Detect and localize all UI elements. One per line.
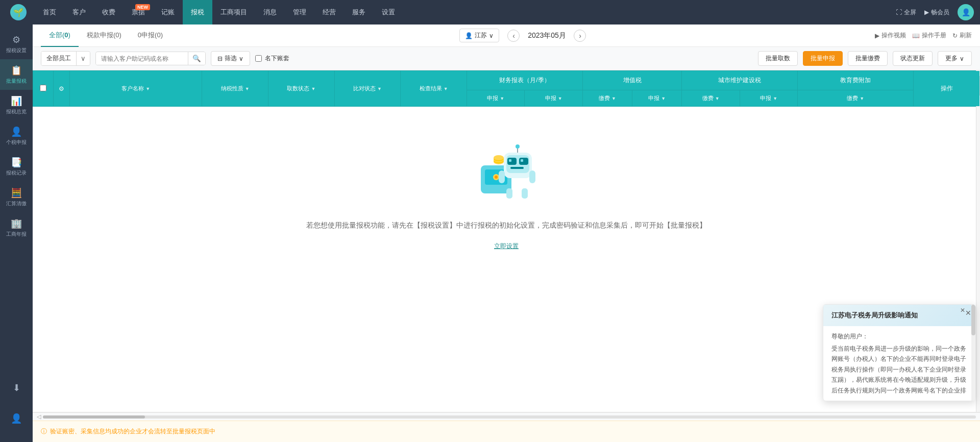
sidebar-item-annual-report[interactable]: 🏢 工商年报 bbox=[0, 212, 33, 243]
batch-tax-icon: 📋 bbox=[11, 65, 22, 76]
employee-selector[interactable]: 全部员工 ∨ bbox=[41, 51, 90, 66]
search-button[interactable]: 🔍 bbox=[188, 52, 205, 65]
select-all-th bbox=[33, 71, 54, 107]
nav-home[interactable]: 首页 bbox=[35, 0, 64, 24]
city-tax-th: 城市维护建设税 bbox=[682, 71, 798, 90]
tab-tax-declare[interactable]: 税款申报(0) bbox=[79, 24, 130, 47]
operation-video-button[interactable]: ▶ 操作视频 bbox=[875, 31, 906, 40]
header-row-1: ⚙ 客户名称▼ 纳税性质▼ 取数状态▼ 比对状态▼ bbox=[33, 71, 980, 90]
city-declare-filter[interactable]: ▼ bbox=[661, 96, 666, 101]
tab-all[interactable]: 全部(0) bbox=[41, 24, 79, 47]
notif-x-button[interactable]: ✕ bbox=[960, 307, 965, 314]
svg-point-17 bbox=[516, 144, 520, 149]
nav-invoice[interactable]: 票据 NEW bbox=[124, 0, 153, 24]
nav-tax[interactable]: 报税 bbox=[183, 0, 212, 24]
refresh-button[interactable]: ↻ 刷新 bbox=[952, 31, 972, 40]
member-button[interactable]: ▶ 畅会员 bbox=[924, 8, 949, 17]
setup-link[interactable]: 立即设置 bbox=[494, 242, 519, 251]
nav-customer[interactable]: 客户 bbox=[64, 0, 94, 24]
refresh-icon: ↻ bbox=[952, 32, 958, 39]
svg-rect-14 bbox=[521, 159, 523, 162]
sidebar-download[interactable]: ⬇ bbox=[0, 373, 33, 403]
nav-billing[interactable]: 收费 bbox=[94, 0, 124, 24]
education-tax-th: 教育费附加 bbox=[798, 71, 914, 90]
batch-pay-button[interactable]: 批量缴费 bbox=[848, 51, 888, 66]
compare-filter-icon[interactable]: ▼ bbox=[377, 86, 382, 91]
nav-management[interactable]: 管理 bbox=[285, 0, 314, 24]
notif-scroll-thumb bbox=[971, 305, 975, 335]
nav-message[interactable]: 消息 bbox=[255, 0, 285, 24]
fetch-status-filter-icon[interactable]: ▼ bbox=[311, 86, 315, 91]
more-icon: ∨ bbox=[960, 55, 964, 62]
sidebar-item-tax-settings[interactable]: ⚙ 报税设置 bbox=[0, 29, 33, 59]
batch-declare-button[interactable]: 批量申报 bbox=[803, 51, 843, 66]
manual-icon: 📖 bbox=[912, 32, 920, 39]
fullscreen-button[interactable]: ⛶ 全屏 bbox=[896, 8, 916, 17]
filter-icon: ⊟ bbox=[217, 55, 223, 62]
vertical-scrollbar[interactable] bbox=[976, 70, 980, 412]
vat-pay-th: 缴费▼ bbox=[582, 90, 632, 107]
sidebar-item-tax-records[interactable]: 📑 报税记录 bbox=[0, 151, 33, 182]
notification-close-button[interactable]: ✕ bbox=[965, 309, 971, 317]
nav-service[interactable]: 服务 bbox=[344, 0, 374, 24]
check-filter-icon[interactable]: ▼ bbox=[444, 86, 448, 91]
horizontal-scrollbar[interactable]: ◁ bbox=[33, 412, 980, 421]
nav-bookkeeping[interactable]: 记账 bbox=[153, 0, 183, 24]
video-icon: ▶ bbox=[875, 32, 879, 39]
sidebar-item-settlement[interactable]: 🧮 汇算清缴 bbox=[0, 182, 33, 212]
sidebar-bottom: ⬇ 👤 bbox=[0, 373, 33, 442]
account-checkbox-label[interactable]: 名下账套 bbox=[255, 54, 289, 63]
svg-rect-21 bbox=[522, 188, 528, 199]
vat-th: 增值税 bbox=[582, 71, 682, 90]
vat-pay-filter[interactable]: ▼ bbox=[611, 96, 616, 101]
prev-month-button[interactable]: ‹ bbox=[507, 30, 520, 42]
edu-declare-filter[interactable]: ▼ bbox=[773, 96, 777, 101]
svg-rect-13 bbox=[519, 158, 528, 165]
empty-row: 若您想使用批量报税功能，请先在【报税设置】中进行报税的初始化设置，完成密码验证和… bbox=[33, 107, 980, 282]
city-pay-th: 缴费▼ bbox=[682, 90, 740, 107]
svg-rect-20 bbox=[506, 188, 512, 199]
download-icon: ⬇ bbox=[11, 382, 22, 394]
user-avatar[interactable]: 👤 bbox=[958, 4, 974, 20]
search-input[interactable] bbox=[96, 53, 188, 65]
app-logo[interactable]: 🌱 bbox=[6, 0, 31, 24]
gear-icon[interactable]: ⚙ bbox=[59, 85, 64, 92]
tax-overview-icon: 📊 bbox=[11, 95, 22, 107]
customer-filter-icon[interactable]: ▼ bbox=[145, 86, 150, 91]
status-update-button[interactable]: 状态更新 bbox=[893, 51, 933, 66]
sidebar-item-batch-tax[interactable]: 📋 批量报税 bbox=[0, 59, 33, 90]
fin-declare-filter[interactable]: ▼ bbox=[500, 96, 504, 101]
operation-th: 操作 bbox=[914, 71, 980, 107]
nav-operation[interactable]: 经营 bbox=[314, 0, 344, 24]
tabs-mid: 👤 江苏 ∨ ‹ 2023年05月 › bbox=[171, 29, 875, 42]
notification-popup: ✕ 江苏电子税务局升级影响通知 尊敬的用户： 受当前电子税务局进一步升级的影响，… bbox=[823, 304, 976, 401]
select-all-checkbox[interactable] bbox=[40, 85, 46, 91]
more-button[interactable]: 更多 ∨ bbox=[938, 51, 972, 66]
sidebar-item-personal-tax[interactable]: 👤 个税申报 bbox=[0, 120, 33, 151]
check-result-th: 检查结果▼ bbox=[401, 71, 467, 107]
next-month-button[interactable]: › bbox=[574, 30, 586, 42]
tax-records-icon: 📑 bbox=[11, 157, 22, 168]
nav-business[interactable]: 工商项目 bbox=[212, 0, 255, 24]
vat-declare-filter[interactable]: ▼ bbox=[558, 96, 562, 101]
main-table: ⚙ 客户名称▼ 纳税性质▼ 取数状态▼ 比对状态▼ bbox=[33, 70, 980, 281]
empty-message: 若您想使用批量报税功能，请先在【报税设置】中进行报税的初始化设置，完成密码验证和… bbox=[306, 219, 706, 232]
empty-state: 若您想使用批量报税功能，请先在【报税设置】中进行报税的初始化设置，完成密码验证和… bbox=[33, 107, 980, 281]
employee-dropdown-arrow[interactable]: ∨ bbox=[77, 52, 90, 65]
filter-button[interactable]: ⊟ 筛选 ∨ bbox=[211, 51, 250, 66]
scroll-thumb bbox=[43, 415, 145, 419]
city-pay-filter[interactable]: ▼ bbox=[715, 96, 720, 101]
region-selector[interactable]: 👤 江苏 ∨ bbox=[459, 29, 499, 42]
tab-zero-declare[interactable]: 0申报(0) bbox=[130, 24, 171, 47]
settlement-icon: 🧮 bbox=[11, 187, 22, 199]
edu-pay-filter[interactable]: ▼ bbox=[860, 96, 864, 101]
sidebar-item-tax-overview[interactable]: 📊 报税总览 bbox=[0, 90, 33, 120]
tax-type-filter-icon[interactable]: ▼ bbox=[245, 86, 250, 91]
account-checkbox[interactable] bbox=[255, 55, 262, 62]
current-date: 2023年05月 bbox=[524, 31, 570, 40]
nav-settings[interactable]: 设置 bbox=[374, 0, 403, 24]
batch-fetch-button[interactable]: 批量取数 bbox=[758, 51, 798, 66]
operation-manual-button[interactable]: 📖 操作手册 bbox=[912, 31, 946, 40]
svg-point-3 bbox=[495, 176, 498, 179]
sidebar-profile[interactable]: 👤 bbox=[0, 403, 33, 434]
